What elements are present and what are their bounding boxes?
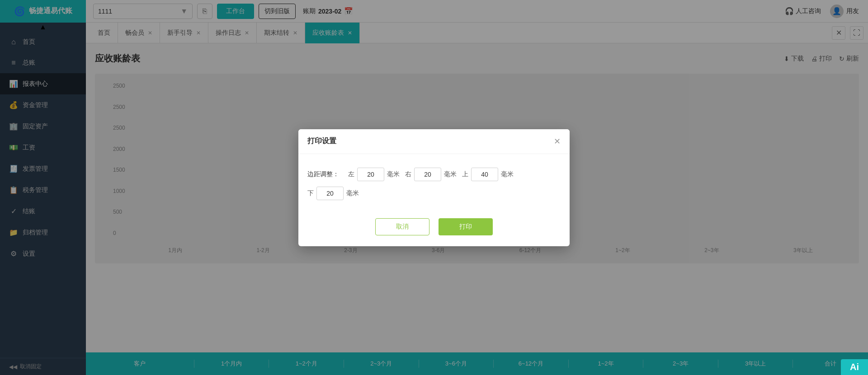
left-label: 左 [348,170,354,178]
left-margin-input[interactable] [357,168,384,181]
bottom-unit: 毫米 [346,189,359,197]
right-margin-group: 右 毫米 [405,168,457,181]
dialog-footer: 取消 打印 [298,214,570,246]
top-margin-group: 上 毫米 [462,168,514,181]
top-label: 上 [462,170,468,178]
left-unit: 毫米 [387,170,400,178]
right-label: 右 [405,170,411,178]
confirm-print-button[interactable]: 打印 [439,218,493,235]
bottom-margin-input[interactable] [316,187,344,200]
cancel-button[interactable]: 取消 [375,218,429,235]
print-settings-dialog: 打印设置 ✕ 边距调整： 左 毫米 右 毫米 上 毫米 [298,129,570,246]
bottom-margin-group: 下 毫米 [307,187,359,200]
margin-label: 边距调整： [307,170,339,178]
bottom-label: 下 [307,189,314,197]
top-margin-input[interactable] [471,168,498,181]
dialog-body: 边距调整： 左 毫米 右 毫米 上 毫米 下 [298,154,570,214]
ai-tag[interactable]: Ai [841,359,868,375]
dialog-close-button[interactable]: ✕ [554,136,561,146]
dialog-header: 打印设置 ✕ [298,129,570,154]
dialog-title: 打印设置 [307,136,336,146]
margin-row: 边距调整： 左 毫米 右 毫米 上 毫米 下 [307,168,561,200]
left-margin-group: 左 毫米 [348,168,400,181]
right-unit: 毫米 [444,170,457,178]
right-margin-input[interactable] [414,168,441,181]
top-unit: 毫米 [501,170,514,178]
modal-backdrop: 打印设置 ✕ 边距调整： 左 毫米 右 毫米 上 毫米 [0,0,868,375]
